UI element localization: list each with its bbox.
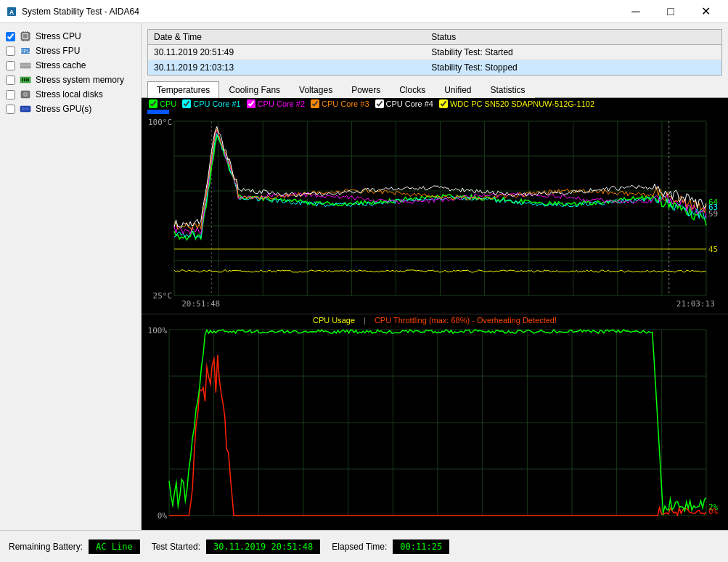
legend-wdc-label: WDC PC SN520 SDAPNUW-512G-1102 <box>450 99 594 108</box>
legend-cpu-checkbox[interactable] <box>149 99 158 108</box>
stress-memory-label[interactable]: Stress system memory <box>36 75 124 85</box>
memory-icon <box>20 74 31 86</box>
stress-disk-label[interactable]: Stress local disks <box>36 89 103 99</box>
svg-text:FPU: FPU <box>20 49 30 54</box>
main-content: Stress CPU FPU Stress FPU Stress cache <box>0 23 728 530</box>
legend-core3[interactable]: CPU Core #3 <box>311 99 369 108</box>
fpu-icon: FPU <box>20 45 31 57</box>
svg-rect-24 <box>28 78 29 81</box>
legend-core4-label: CPU Core #4 <box>386 99 433 108</box>
tab-statistics[interactable]: Statistics <box>481 81 535 98</box>
legend-core2-label: CPU Core #2 <box>258 99 305 108</box>
stress-cache-label[interactable]: Stress cache <box>36 60 86 70</box>
elapsed-label: Elapsed Time: <box>332 542 387 552</box>
row1-datetime: 30.11.2019 20:51:49 <box>148 45 425 60</box>
disk-icon <box>20 89 31 100</box>
svg-rect-19 <box>20 66 30 68</box>
test-started-label: Test Started: <box>152 542 200 552</box>
legend-core1-checkbox[interactable] <box>182 99 191 108</box>
legend-cpu-label: CPU <box>160 99 176 108</box>
tab-clocks[interactable]: Clocks <box>390 81 435 98</box>
temperature-chart <box>142 114 728 314</box>
stress-memory-item[interactable]: Stress system memory <box>6 74 135 86</box>
row2-datetime: 30.11.2019 21:03:13 <box>148 60 425 76</box>
svg-rect-3 <box>23 34 28 38</box>
legend-core2-checkbox[interactable] <box>247 99 255 108</box>
svg-rect-18 <box>20 63 30 65</box>
svg-point-27 <box>25 94 26 95</box>
legend-core4[interactable]: CPU Core #4 <box>375 99 433 108</box>
legend-wdc-checkbox[interactable] <box>439 99 448 108</box>
cpu-usage-chart <box>142 326 728 530</box>
svg-rect-23 <box>26 78 28 81</box>
stress-fpu-label[interactable]: Stress FPU <box>36 46 80 56</box>
stress-cpu-checkbox[interactable] <box>6 32 15 41</box>
stress-disk-checkbox[interactable] <box>6 90 15 99</box>
window-title: System Stability Test - AIDA64 <box>22 7 619 17</box>
stress-memory-checkbox[interactable] <box>6 76 15 85</box>
elapsed-value: 00:11:25 <box>393 539 449 554</box>
stress-cache-item[interactable]: Stress cache <box>6 60 135 71</box>
legend-core1[interactable]: CPU Core #1 <box>182 99 240 108</box>
title-bar: A System Stability Test - AIDA64 ─ □ ✕ <box>0 0 728 23</box>
table-row[interactable]: 30.11.2019 21:03:13 Stability Test: Stop… <box>148 60 721 76</box>
tab-temperatures[interactable]: Temperatures <box>147 81 219 98</box>
battery-label: Remaining Battery: <box>9 542 83 552</box>
svg-rect-21 <box>22 78 23 81</box>
battery-status: Remaining Battery: AC Line <box>9 539 140 554</box>
test-started-value: 30.11.2019 20:51:48 <box>206 539 320 554</box>
tab-unified[interactable]: Unified <box>435 81 480 98</box>
legend-core2[interactable]: CPU Core #2 <box>247 99 305 108</box>
cpu-icon <box>20 30 31 42</box>
stress-gpu-item[interactable]: Stress GPU(s) <box>6 103 135 115</box>
throttle-label: CPU Throttling (max: 68%) - Overheating … <box>375 316 557 325</box>
usage-label: CPU Usage <box>313 316 355 325</box>
test-started-status: Test Started: 30.11.2019 20:51:48 <box>152 539 321 554</box>
stress-disks-item[interactable]: Stress local disks <box>6 89 135 100</box>
row1-status: Stability Test: Started <box>425 45 721 60</box>
gpu-icon <box>20 103 31 115</box>
legend-core4-checkbox[interactable] <box>375 99 384 108</box>
legend-core1-label: CPU Core #1 <box>193 99 240 108</box>
stress-cache-checkbox[interactable] <box>6 61 15 70</box>
col-status: Status <box>425 30 721 45</box>
stress-fpu-item[interactable]: FPU Stress FPU <box>6 45 135 57</box>
legend-cpu[interactable]: CPU <box>149 99 176 108</box>
minimize-button[interactable]: ─ <box>619 0 653 23</box>
usage-separator: | <box>364 316 366 325</box>
elapsed-status: Elapsed Time: 00:11:25 <box>332 539 449 554</box>
table-row[interactable]: 30.11.2019 20:51:49 Stability Test: Star… <box>148 45 721 60</box>
svg-rect-29 <box>22 107 25 110</box>
stress-fpu-checkbox[interactable] <box>6 46 15 56</box>
maximize-button[interactable]: □ <box>654 0 687 23</box>
stress-gpu-checkbox[interactable] <box>6 105 15 114</box>
left-panel: Stress CPU FPU Stress FPU Stress cache <box>0 23 142 530</box>
legend-core3-label: CPU Core #3 <box>322 99 369 108</box>
battery-value: AC Line <box>89 539 140 554</box>
usage-legend: CPU Usage | CPU Throttling (max: 68%) - … <box>142 314 728 326</box>
stress-cpu-label[interactable]: Stress CPU <box>36 31 81 41</box>
cache-icon <box>20 60 31 71</box>
svg-text:A: A <box>9 9 15 16</box>
legend-wdc[interactable]: WDC PC SN520 SDAPNUW-512G-1102 <box>439 99 594 108</box>
status-table: Date & Time Status 30.11.2019 20:51:49 S… <box>147 29 722 76</box>
tab-bar: Temperatures Cooling Fans Voltages Power… <box>142 81 728 98</box>
charts-area: CPU CPU Core #1 CPU Core #2 CPU Core #3 <box>142 98 728 530</box>
temp-legend: CPU CPU Core #1 CPU Core #2 CPU Core #3 <box>142 98 728 110</box>
right-panel: Date & Time Status 30.11.2019 20:51:49 S… <box>142 23 728 530</box>
tab-cooling-fans[interactable]: Cooling Fans <box>219 81 290 98</box>
row2-status: Stability Test: Stopped <box>425 60 721 76</box>
window-controls[interactable]: ─ □ ✕ <box>619 0 722 23</box>
stress-gpu-label[interactable]: Stress GPU(s) <box>36 104 91 114</box>
app-icon: A <box>6 6 17 17</box>
tab-powers[interactable]: Powers <box>342 81 390 98</box>
tab-voltages[interactable]: Voltages <box>290 81 342 98</box>
status-bar: Remaining Battery: AC Line Test Started:… <box>0 530 728 562</box>
stress-cpu-item[interactable]: Stress CPU <box>6 30 135 42</box>
close-window-button[interactable]: ✕ <box>689 0 722 23</box>
col-datetime: Date & Time <box>148 30 425 45</box>
legend-core3-checkbox[interactable] <box>311 99 319 108</box>
svg-rect-22 <box>24 78 25 81</box>
